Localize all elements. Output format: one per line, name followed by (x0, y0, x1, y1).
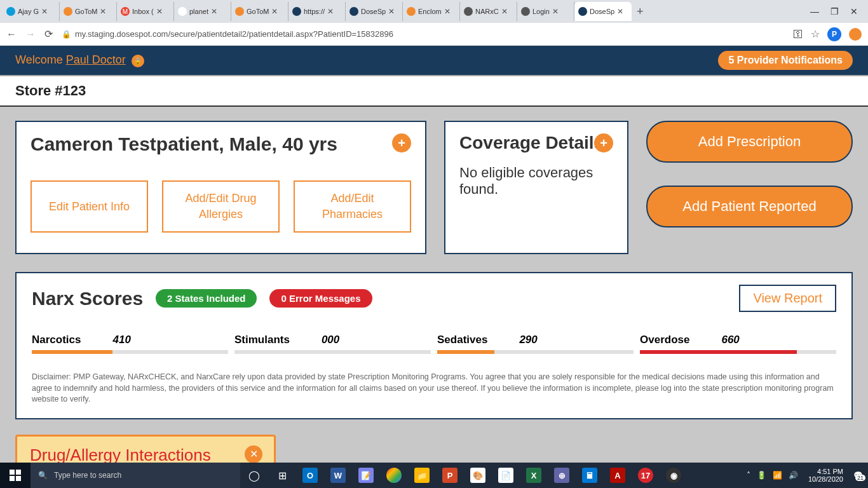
taskbar: 🔍 Type here to search ◯ ⊞ O W 📝 📁 P 🎨 📄 … (0, 463, 868, 488)
browser-tab[interactable]: https://✕ (288, 2, 346, 21)
tab-close-icon[interactable]: ✕ (501, 7, 508, 16)
add-prescription-button[interactable]: Add Prescription (646, 121, 853, 163)
score-bar (640, 350, 836, 354)
app-dark-icon[interactable]: ◉ (660, 463, 688, 488)
add-patient-reported-button[interactable]: Add Patient Reported (646, 186, 853, 227)
tray-chevron-icon[interactable]: ˄ (747, 471, 750, 480)
reload-icon[interactable]: ⟳ (44, 28, 53, 40)
add-patient-icon[interactable]: + (392, 133, 411, 152)
narx-title: Narx Scores (32, 288, 143, 309)
url-field[interactable]: 🔒 my.staging.dosespot.com/secure/patient… (62, 29, 784, 39)
minimize-icon[interactable]: — (810, 6, 819, 17)
forward-icon[interactable]: → (25, 29, 36, 40)
excel-icon[interactable]: X (520, 463, 548, 488)
word-icon[interactable]: W (324, 463, 352, 488)
browser-tab[interactable]: Ajay G✕ (3, 2, 60, 21)
patient-title: Cameron Testpatient, Male, 40 yrs (31, 133, 411, 155)
score-bar-fill (640, 350, 797, 354)
welcome-prefix: Welcome (15, 53, 66, 66)
app-red-icon[interactable]: 17 (632, 463, 660, 488)
tab-favicon (6, 7, 15, 16)
tab-close-icon[interactable]: ✕ (156, 7, 163, 16)
maximize-icon[interactable]: ❐ (831, 6, 839, 17)
taskbar-search[interactable]: 🔍 Type here to search (31, 463, 240, 488)
tab-close-icon[interactable]: ✕ (444, 7, 451, 16)
action-center-icon[interactable]: 💬21 (853, 471, 863, 480)
teams-icon[interactable]: ⊕ (548, 463, 576, 488)
powerpoint-icon[interactable]: P (436, 463, 464, 488)
start-button[interactable] (0, 463, 31, 488)
lock-badge-icon[interactable]: 🔒 (132, 55, 144, 67)
app-header: Welcome Paul Doctor 🔒 5 Provider Notific… (0, 46, 868, 75)
close-window-icon[interactable]: ✕ (850, 6, 858, 17)
clock-time: 4:51 PM (808, 468, 843, 475)
tab-label: Login (532, 8, 550, 15)
close-interactions-icon[interactable]: ✕ (245, 445, 262, 463)
clock-date: 10/28/2020 (808, 475, 843, 483)
coverage-text: No eligible coverages found. (459, 165, 613, 198)
narx-score: Stimulants000 (234, 334, 431, 354)
store-bar: Store #123 (0, 75, 868, 107)
wifi-icon[interactable]: 📶 (773, 471, 782, 480)
view-report-button[interactable]: View Report (739, 285, 836, 312)
back-icon[interactable]: ← (6, 29, 17, 40)
outlook-icon[interactable]: O (296, 463, 324, 488)
chrome-icon[interactable] (380, 463, 408, 488)
new-tab-button[interactable]: + (632, 5, 649, 18)
browser-tab[interactable]: DoseSp✕ (346, 2, 403, 21)
notifications-pill[interactable]: 5 Provider Notifications (718, 51, 853, 70)
notes-icon[interactable]: 📝 (352, 463, 380, 488)
tab-close-icon[interactable]: ✕ (552, 7, 559, 16)
extension-icon[interactable] (849, 28, 862, 41)
edit-patient-info-button[interactable]: Edit Patient Info (31, 180, 148, 233)
edit-pharmacies-button[interactable]: Add/Edit Pharmacies (294, 180, 411, 233)
tab-close-icon[interactable]: ✕ (327, 7, 334, 16)
battery-icon[interactable]: 🔋 (757, 471, 766, 480)
tab-favicon (521, 7, 530, 16)
volume-icon[interactable]: 🔊 (789, 471, 798, 480)
welcome-text: Welcome Paul Doctor 🔒 (15, 53, 144, 68)
tab-close-icon[interactable]: ✕ (41, 7, 48, 16)
browser-tab[interactable]: NARxC✕ (460, 2, 517, 21)
tab-close-icon[interactable]: ✕ (388, 7, 395, 16)
acrobat-icon[interactable]: A (604, 463, 632, 488)
browser-tab[interactable]: GoToM✕ (60, 2, 117, 21)
narx-panel: Narx Scores 2 States Included 0 Error Me… (15, 272, 853, 419)
add-coverage-icon[interactable]: + (594, 133, 613, 152)
tab-close-icon[interactable]: ✕ (100, 7, 106, 16)
profile-badge[interactable]: P (827, 27, 841, 41)
user-link[interactable]: Paul Doctor (66, 53, 126, 66)
system-tray: ˄ 🔋 📶 🔊 4:51 PM 10/28/2020 💬21 (747, 468, 868, 483)
page-body: Cameron Testpatient, Male, 40 yrs + Edit… (0, 107, 868, 463)
score-bar (32, 350, 228, 354)
coverage-title: Coverage Details (459, 133, 613, 153)
tab-close-icon[interactable]: ✕ (271, 7, 278, 16)
score-bar-fill (437, 350, 494, 354)
edit-allergies-button[interactable]: Add/Edit Drug Allergies (162, 180, 280, 233)
tab-favicon (64, 7, 72, 16)
taskbar-clock[interactable]: 4:51 PM 10/28/2020 (804, 468, 847, 483)
browser-tab[interactable]: Login✕ (517, 2, 574, 21)
tab-label: planet (189, 8, 208, 15)
tab-label: https:// (304, 8, 325, 15)
browser-tab[interactable]: MInbox (✕ (117, 2, 174, 21)
address-bar: ← → ⟳ 🔒 my.staging.dosespot.com/secure/p… (0, 23, 868, 46)
states-included-pill: 2 States Included (156, 289, 257, 308)
tab-close-icon[interactable]: ✕ (211, 7, 217, 16)
cortana-icon[interactable]: ◯ (240, 463, 268, 488)
notepad-icon[interactable]: 📄 (492, 463, 520, 488)
browser-tab[interactable]: GoToM✕ (231, 2, 288, 21)
browser-tab[interactable]: Gplanet✕ (174, 2, 231, 21)
star-icon[interactable]: ☆ (811, 28, 820, 40)
file-explorer-icon[interactable]: 📁 (408, 463, 436, 488)
calculator-icon[interactable]: 🖩 (576, 463, 604, 488)
tab-close-icon[interactable]: ✕ (617, 7, 623, 16)
tab-label: GoToM (75, 8, 97, 15)
browser-tab[interactable]: Enclom✕ (403, 2, 460, 21)
task-view-icon[interactable]: ⊞ (268, 463, 296, 488)
score-bar (437, 350, 634, 354)
key-icon[interactable]: ⚿ (793, 29, 803, 40)
paint-icon[interactable]: 🎨 (464, 463, 492, 488)
tab-label: Inbox ( (132, 8, 154, 15)
browser-tab[interactable]: DoseSp✕ (574, 2, 632, 21)
